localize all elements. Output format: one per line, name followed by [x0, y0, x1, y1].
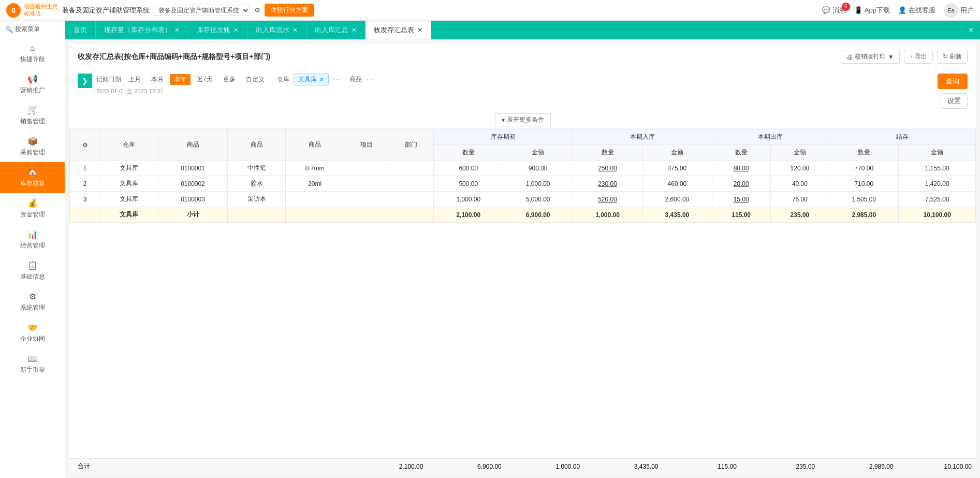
sidebar-item-finance[interactable]: 💰 资金管理: [0, 193, 65, 224]
user-button[interactable]: Ea 用户: [944, 3, 974, 18]
expand-arrow[interactable]: ❯: [78, 74, 92, 88]
guide-icon: 📖: [27, 354, 38, 364]
row-close-amt: 10,100.00: [899, 207, 976, 223]
search-menu[interactable]: 🔍 搜索菜单: [0, 21, 65, 38]
date-custom[interactable]: 自定义: [242, 74, 269, 85]
col-out-qty: 数量: [712, 145, 770, 161]
online-service-button[interactable]: 👤 在线客服: [898, 6, 935, 15]
row-out-qty[interactable]: 80.00: [712, 161, 770, 176]
close-all-tabs[interactable]: ✕: [962, 26, 980, 34]
close-icon[interactable]: ✕: [292, 26, 298, 34]
expand-conditions-button[interactable]: ▾ 展开更多条件: [495, 113, 551, 126]
tab-home[interactable]: 首页: [65, 21, 96, 39]
sidebar-item-quick-nav[interactable]: ⌂ 快捷导航: [0, 38, 65, 69]
logo-circle: 6: [6, 3, 21, 18]
sidebar-item-label: 快捷导航: [20, 55, 45, 64]
row-open-amt: 1,000.00: [503, 176, 573, 192]
row-in-amt: 460.00: [642, 176, 712, 192]
try-button[interactable]: 体验行业方案: [265, 4, 314, 17]
print-button[interactable]: 🖨 核销版打印 ▼: [841, 50, 900, 64]
sidebar-item-label: 经营管理: [20, 241, 45, 250]
row-out-qty[interactable]: 15.00: [712, 192, 770, 207]
dropdown-icon: ▼: [888, 53, 894, 61]
refresh-button[interactable]: ↻ 刷新: [937, 50, 968, 64]
row-no: 3: [70, 192, 100, 207]
row-in-qty: 1,000.00: [573, 207, 642, 223]
collab-icon: 🤝: [27, 323, 38, 332]
filter-row-1: 记账日期 上月 本月 本年 近7天 更多 自定义: [96, 74, 933, 85]
sidebar-item-label: 基础信息: [20, 272, 45, 281]
warehouse-tag-close[interactable]: ✕: [319, 76, 324, 83]
tab-batch[interactable]: 库存批次账 ✕: [188, 21, 247, 39]
date-this-month[interactable]: 本月: [147, 74, 168, 85]
col-closing-group: 结存: [829, 129, 976, 145]
filter-bar: ❯ 记账日期 上月 本月 本年 近7天 更多: [69, 68, 976, 111]
tab-stock-dist[interactable]: 现存量（库存分布表） ✕: [96, 21, 188, 39]
warehouse-tag[interactable]: 文具库 ✕: [294, 74, 329, 85]
col-project-header: 项目: [344, 129, 389, 161]
query-button[interactable]: 查询: [938, 74, 968, 89]
sidebar-item-system[interactable]: ⚙ 系统管理: [0, 286, 65, 317]
warehouse-more-btn[interactable]: ···: [333, 75, 341, 84]
sidebar-item-collab[interactable]: 🤝 企业协同: [0, 317, 65, 349]
header-left: 6 畅捷通好生意 标准版 装备及固定资产辅助管理系统 装备及固定资产辅助管理系统…: [6, 3, 314, 18]
row-out-qty[interactable]: 20.00: [712, 176, 770, 192]
sidebar-item-guide[interactable]: 📖 新手引导: [0, 349, 65, 380]
tab-bar: 首页 现存量（库存分布表） ✕ 库存批次账 ✕ 出入库流水 ✕ 出入库汇总 ✕ …: [65, 21, 980, 39]
close-icon[interactable]: ✕: [417, 26, 422, 34]
sidebar-item-basic[interactable]: 📋 基础信息: [0, 255, 65, 286]
sidebar-item-label: 资金管理: [20, 210, 45, 219]
tab-summary[interactable]: 出入库汇总 ✕: [306, 21, 365, 39]
sidebar-item-label: 企业协同: [20, 335, 45, 343]
col-settings-header[interactable]: ⚙: [70, 129, 100, 161]
sidebar-item-sales[interactable]: 🛒 销售管理: [0, 100, 65, 131]
date-this-year[interactable]: 本年: [170, 74, 191, 85]
phone-icon: 📱: [854, 6, 862, 14]
footer-close-qty: 2,985.00: [819, 463, 897, 470]
row-warehouse: 文具库: [100, 176, 158, 192]
operation-icon: 📊: [27, 229, 38, 239]
row-goods: 采访本: [228, 192, 286, 207]
export-button[interactable]: ↑ 导出: [904, 50, 933, 64]
row-project: [344, 192, 389, 207]
warehouse-label: 仓库: [277, 75, 289, 84]
row-in-qty[interactable]: 230.00: [573, 176, 642, 192]
tab-flow[interactable]: 出入库流水 ✕: [247, 21, 306, 39]
app-download-button[interactable]: 📱 App下载: [854, 6, 890, 15]
row-goods: 中性笔: [228, 161, 286, 176]
table-settings-icon[interactable]: ⚙: [82, 141, 88, 149]
footer-open-amt: 6,900.00: [427, 463, 505, 470]
close-icon[interactable]: ✕: [174, 26, 180, 34]
quick-nav-icon: ⌂: [30, 44, 35, 53]
date-more[interactable]: 更多: [219, 74, 240, 85]
sidebar-item-label: 采购管理: [20, 148, 45, 157]
settings-button[interactable]: 设置: [941, 93, 968, 109]
top-header: 6 畅捷通好生意 标准版 装备及固定资产辅助管理系统 装备及固定资产辅助管理系统…: [0, 0, 980, 21]
settings-icon[interactable]: ⚙: [254, 6, 260, 14]
table-container[interactable]: ⚙ 仓库 商品 商品 商品 项目 部门 库存期初 本期入库 本期出库: [69, 129, 976, 458]
row-close-amt: 1,420.00: [899, 176, 976, 192]
system-selector[interactable]: 装备及固定资产辅助管理系统: [154, 5, 250, 16]
right-buttons: 查询 设置: [938, 74, 968, 109]
sidebar-item-operation[interactable]: 📊 经营管理: [0, 224, 65, 255]
tab-recv-summary[interactable]: 收发存汇总表 ✕: [365, 21, 431, 39]
sidebar-item-purchase[interactable]: 📦 采购管理: [0, 131, 65, 162]
date-7days[interactable]: 近7天: [193, 74, 217, 85]
date-prev-month[interactable]: 上月: [124, 74, 145, 85]
close-icon[interactable]: ✕: [352, 26, 357, 34]
sidebar-item-inventory[interactable]: 🏠 库存核算: [0, 162, 65, 193]
row-in-qty[interactable]: 520.00: [573, 192, 642, 207]
close-icon[interactable]: ✕: [233, 26, 239, 34]
footer-out-qty: 115.00: [663, 463, 741, 470]
row-in-qty[interactable]: 250.00: [573, 161, 642, 176]
row-project: [344, 176, 389, 192]
message-icon: 💬: [822, 6, 830, 14]
col-in-amt: 金额: [642, 145, 712, 161]
row-goods: [228, 207, 286, 223]
row-no: [70, 207, 100, 223]
footer-label: 合计: [69, 462, 111, 471]
goods-more-btn[interactable]: ···: [366, 75, 374, 84]
warehouse-filter: 仓库 文具库 ✕ ···: [277, 74, 341, 85]
message-button[interactable]: 💬 消息 6: [822, 6, 846, 15]
sidebar-item-marketing[interactable]: 📢 营销推广: [0, 69, 65, 100]
